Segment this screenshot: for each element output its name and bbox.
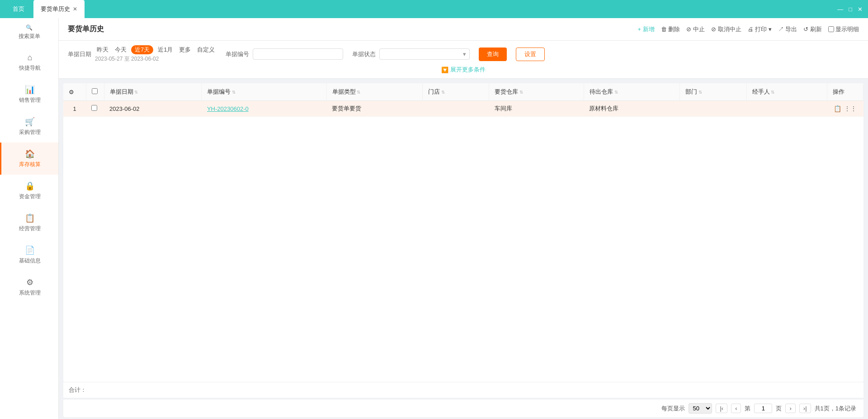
row-checkbox-cell xyxy=(86,101,104,117)
ops-icon: 📋 xyxy=(25,213,35,223)
th-dept[interactable]: 部门 xyxy=(680,83,746,101)
table-wrapper: ⚙ 单据日期 单据编号 单据类型 门店 要货仓库 待出仓库 部门 经手人 操作 xyxy=(63,83,863,382)
th-settings[interactable]: ⚙ xyxy=(63,83,86,101)
date-range-text: 2023-05-27 至 2023-06-02 xyxy=(95,55,217,63)
filter-date-item: 单据日期 昨天 今天 近7天 近1月 更多 自定义 2023-05-27 至 2… xyxy=(68,45,217,63)
inventory-icon: 🏠 xyxy=(25,149,35,159)
display-detail-checkbox[interactable] xyxy=(828,26,834,32)
date-opt-today[interactable]: 今天 xyxy=(113,45,128,54)
sidebar-item-basic-info[interactable]: 📄 基础信息 xyxy=(0,239,58,271)
refresh-button[interactable]: ↺ 刷新 xyxy=(803,25,822,33)
doc-status-select-wrapper: ▾ xyxy=(379,48,470,60)
row-req-warehouse: 车间库 xyxy=(489,101,584,117)
delete-label: 🗑 删除 xyxy=(661,25,680,33)
sidebar-item-inventory[interactable]: 🏠 库存核算 xyxy=(0,143,58,175)
suspend-label: ⊘ 中止 xyxy=(686,25,705,33)
summary-label: 合计： xyxy=(69,386,86,393)
th-req-warehouse[interactable]: 要货仓库 xyxy=(489,83,584,101)
sidebar: 🔍 搜索菜单 ⌂ 快捷导航 📊 销售管理 🛒 采购管理 🏠 库存核算 🔒 资金管… xyxy=(0,18,59,419)
maximize-btn[interactable]: □ xyxy=(849,6,852,13)
sidebar-item-operations-label: 经营管理 xyxy=(19,225,41,233)
sidebar-search[interactable]: 🔍 搜索菜单 xyxy=(0,18,58,47)
delete-button[interactable]: 🗑 删除 xyxy=(661,25,680,33)
minimize-btn[interactable]: — xyxy=(837,6,843,13)
setting-button[interactable]: 设置 xyxy=(516,48,545,61)
expand-more-label: 展开更多条件 xyxy=(450,66,486,74)
print-label: 🖨 打印 ▾ xyxy=(748,25,772,33)
last-page-btn[interactable]: ›| xyxy=(799,404,811,413)
th-doc-number[interactable]: 单据编号 xyxy=(202,83,326,101)
sidebar-item-operations[interactable]: 📋 经营管理 xyxy=(0,207,58,239)
th-doc-type[interactable]: 单据类型 xyxy=(326,83,422,101)
th-store[interactable]: 门店 xyxy=(423,83,489,101)
sidebar-item-sales[interactable]: 📊 销售管理 xyxy=(0,78,58,110)
page-unit: 页 xyxy=(776,405,782,413)
row-doc-date: 2023-06-02 xyxy=(104,101,202,117)
expand-more-icon: 🔽 xyxy=(441,67,448,73)
search-icon: 🔍 xyxy=(26,24,33,31)
date-opt-last7[interactable]: 近7天 xyxy=(131,45,153,54)
chart-icon: 📊 xyxy=(25,85,35,95)
th-ops: 操作 xyxy=(827,83,863,101)
date-opt-yesterday[interactable]: 昨天 xyxy=(95,45,110,54)
sidebar-item-quick-nav-label: 快捷导航 xyxy=(19,64,41,72)
date-opt-more[interactable]: 更多 xyxy=(177,45,193,54)
content-area: 要货单历史 + 新增 🗑 删除 ⊘ 中止 ⊘ 取消中止 🖨 打印 ▾ xyxy=(59,18,868,419)
select-all-checkbox[interactable] xyxy=(92,88,98,94)
cancel-suspend-button[interactable]: ⊘ 取消中止 xyxy=(711,25,741,33)
sidebar-item-quick-nav[interactable]: ⌂ 快捷导航 xyxy=(0,47,58,78)
date-filter-label: 单据日期 xyxy=(68,50,91,58)
page-size-label: 每页显示 xyxy=(661,405,685,413)
close-btn[interactable]: ✕ xyxy=(858,6,863,13)
suspend-button[interactable]: ⊘ 中止 xyxy=(686,25,705,33)
tab-requisition-history[interactable]: 要货单历史 ✕ xyxy=(33,0,85,18)
filter-docstatus-item: 单据状态 ▾ xyxy=(352,48,470,60)
close-tab-icon[interactable]: ✕ xyxy=(73,6,77,12)
page-size-select[interactable]: 50 100 200 xyxy=(689,403,712,414)
th-checkbox xyxy=(86,83,104,101)
row-ops-cell: 📋 ⋮⋮ xyxy=(827,101,863,117)
row-pending-warehouse: 原材料仓库 xyxy=(584,101,679,117)
export-button[interactable]: ↗ 导出 xyxy=(778,25,797,33)
row-handler xyxy=(746,101,827,117)
main-layout: 🔍 搜索菜单 ⌂ 快捷导航 📊 销售管理 🛒 采购管理 🏠 库存核算 🔒 资金管… xyxy=(0,18,868,419)
next-page-btn[interactable]: › xyxy=(785,404,795,413)
prev-page-btn[interactable]: ‹ xyxy=(731,404,741,413)
row-more-btn[interactable]: ⋮⋮ xyxy=(844,105,857,112)
print-button[interactable]: 🖨 打印 ▾ xyxy=(748,25,772,33)
export-label: ↗ 导出 xyxy=(778,25,797,33)
row-edit-btn[interactable]: 📋 xyxy=(834,105,841,112)
cancel-suspend-label: ⊘ 取消中止 xyxy=(711,25,741,33)
query-button[interactable]: 查询 xyxy=(479,48,507,61)
lock-icon: 🔒 xyxy=(25,181,35,191)
page-number-input[interactable] xyxy=(754,404,772,413)
new-button[interactable]: + 新增 xyxy=(637,25,654,33)
sidebar-search-label: 搜索菜单 xyxy=(19,33,40,40)
sidebar-item-purchase-label: 采购管理 xyxy=(19,129,41,136)
row-dept xyxy=(680,101,746,117)
display-detail-toggle[interactable]: 显示明细 xyxy=(828,25,859,33)
new-label: + 新增 xyxy=(637,25,654,33)
th-handler[interactable]: 经手人 xyxy=(746,83,827,101)
row-checkbox[interactable] xyxy=(91,105,97,111)
page-header: 要货单历史 + 新增 🗑 删除 ⊘ 中止 ⊘ 取消中止 🖨 打印 ▾ xyxy=(59,18,868,41)
total-label: 共1页，1条记录 xyxy=(815,405,856,413)
tab-home[interactable]: 首页 xyxy=(5,0,32,18)
doc-status-select[interactable] xyxy=(379,48,470,60)
th-pending-warehouse[interactable]: 待出仓库 xyxy=(584,83,679,101)
sidebar-item-inventory-label: 库存核算 xyxy=(19,161,41,168)
date-opt-custom[interactable]: 自定义 xyxy=(195,45,217,54)
expand-more-btn[interactable]: 🔽 展开更多条件 xyxy=(68,66,859,74)
sidebar-item-finance-label: 资金管理 xyxy=(19,193,41,200)
sidebar-item-system[interactable]: ⚙ 系统管理 xyxy=(0,271,58,303)
th-doc-date[interactable]: 单据日期 xyxy=(104,83,202,101)
first-page-btn[interactable]: |‹ xyxy=(716,404,727,413)
sidebar-item-purchase[interactable]: 🛒 采购管理 xyxy=(0,110,58,143)
tab-requisition-label: 要货单历史 xyxy=(41,5,70,13)
doc-number-input[interactable] xyxy=(253,48,343,60)
date-opt-last1month[interactable]: 近1月 xyxy=(156,45,175,54)
sidebar-item-finance[interactable]: 🔒 资金管理 xyxy=(0,175,58,207)
refresh-label: ↺ 刷新 xyxy=(803,25,822,33)
doc-number-link[interactable]: YH-20230602-0 xyxy=(207,105,249,112)
top-bar: 首页 要货单历史 ✕ — □ ✕ xyxy=(0,0,868,18)
